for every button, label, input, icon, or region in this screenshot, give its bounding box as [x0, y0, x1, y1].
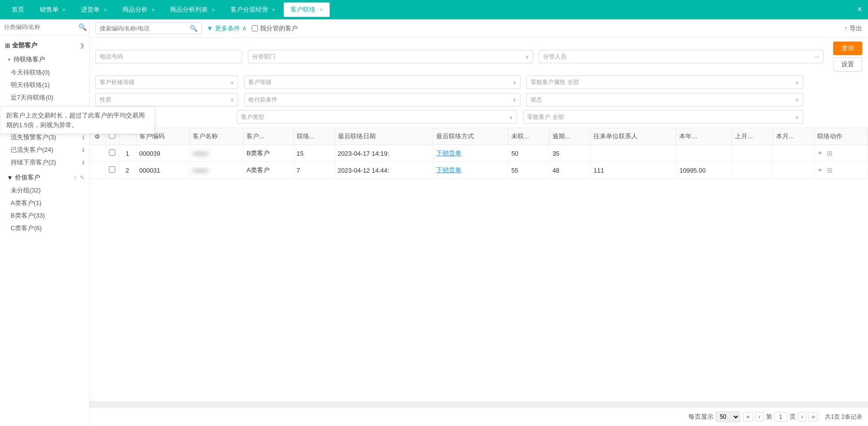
row2-grid-icon[interactable]: ⊞	[827, 166, 833, 174]
filter-status-field[interactable]: 状态 ∨	[526, 93, 803, 106]
row2-contact-count: 7	[293, 162, 335, 179]
sidebar-item-ungroup[interactable]: 未分组(32)	[0, 184, 89, 197]
sidebar-all-customers[interactable]: ⊞ 全部客户 ❯	[0, 38, 89, 53]
sidebar-item-b-class[interactable]: B类客户(33)	[0, 209, 89, 222]
tab-customer-contact[interactable]: 客户联络 ×	[284, 2, 329, 17]
current-page-input[interactable]: 1	[774, 412, 788, 422]
row2-last-contact-method[interactable]: 下销货单	[433, 162, 508, 179]
filter-scatter-attr-field[interactable]: 零散客户属性 全部 ∨	[526, 75, 803, 89]
row2-action: ⚭ ⊞	[814, 162, 868, 179]
sidebar-pending-header[interactable]: ▼ 待联络客户	[0, 53, 89, 66]
filter-search-icon[interactable]: 🔍	[190, 25, 198, 32]
sidebar-item-c-class[interactable]: C类客户(6)	[0, 222, 89, 235]
sidebar-item-churned[interactable]: 已流失客户(24) ℹ	[0, 144, 89, 156]
sidebar-item-a-class[interactable]: A类客户(1)	[0, 197, 89, 209]
row1-last-contact-method[interactable]: 下销货单	[433, 145, 508, 162]
tab-analysis-close[interactable]: ×	[152, 7, 154, 13]
col-header-action[interactable]: 联络动作	[814, 128, 868, 145]
tab-customer-contact-close[interactable]: ×	[320, 7, 322, 13]
tab-analysis-list[interactable]: 商品分析列表 ×	[163, 2, 221, 17]
export-button[interactable]: ↑ 导出	[845, 24, 863, 33]
row1-grid-icon[interactable]: ⊞	[827, 149, 833, 157]
tab-analysis[interactable]: 商品分析 ×	[116, 2, 161, 17]
row2-name[interactable]: ■■■■	[190, 162, 244, 179]
more-conditions-button[interactable]: ▼ 更多条件 ∧	[207, 24, 247, 33]
value-refresh-icon[interactable]: ○	[74, 175, 77, 180]
col-header-unread[interactable]: 未联...	[508, 128, 549, 145]
filter-scatter-customer-field[interactable]: 零散客户 全部 ∨	[523, 110, 803, 124]
col-header-overdue[interactable]: 逾期...	[549, 128, 591, 145]
per-page-select[interactable]: 20 50 100	[716, 411, 740, 422]
row2-select-checkbox[interactable]	[109, 166, 115, 173]
sidebar-search-input[interactable]	[4, 24, 76, 30]
next-page-button[interactable]: ›	[798, 412, 807, 422]
filter-icon: ▼	[207, 25, 213, 32]
content-area: 🔍 ▼ 更多条件 ∧ 我分管的客户 ↑ 导出 电话号码	[90, 19, 868, 426]
filter-row-4: ... 客户类型 ∨ 零散客户 全部 ∨	[95, 110, 862, 124]
row2-checkbox[interactable]	[105, 162, 119, 179]
sidebar-value-group: ▼ 价值客户 ○ ✎ 未分组(32) A类客户(1) B类客户(33)	[0, 171, 89, 235]
col-header-this-month[interactable]: 本月...	[773, 128, 814, 145]
col-header-last-contact-method[interactable]: 最后联络方式	[433, 128, 508, 145]
horizontal-scrollbar[interactable]	[90, 401, 868, 407]
query-button[interactable]: 查询	[833, 42, 862, 55]
col-header-contact-count[interactable]: 联络...	[293, 128, 335, 145]
sidebar-search-icon[interactable]: 🔍	[78, 23, 87, 31]
filter-dept-field[interactable]: 分管部门 ∨	[248, 50, 533, 63]
pending-contact-label: 待联络客户	[14, 55, 45, 64]
sidebar-value-header[interactable]: ▼ 价值客户 ○ ✎	[0, 171, 89, 184]
last-page-button[interactable]: »	[808, 412, 819, 422]
tab-sales[interactable]: 销售单 ×	[33, 2, 72, 17]
filter-customer-type-field[interactable]: 客户类型 ∨	[237, 110, 517, 124]
tab-analysis-list-close[interactable]: ×	[212, 7, 214, 13]
data-table-container: ⚙ 客户编码 客户名称 客户...	[90, 128, 868, 401]
filter-manager-field[interactable]: 分管人员 ···	[539, 50, 823, 63]
close-all-tabs-button[interactable]: ×	[857, 5, 862, 14]
row2-link-icon[interactable]: ⚭	[817, 166, 823, 174]
tab-purchase-label: 进货单	[81, 5, 100, 14]
col-header-last-contact-date[interactable]: 最后联络日期	[335, 128, 433, 145]
prev-page-button[interactable]: ‹	[755, 412, 764, 422]
row1-name[interactable]: ■■■■	[190, 145, 244, 162]
export-label: 导出	[850, 24, 862, 33]
filter-search-input[interactable]	[100, 25, 187, 32]
filter-payment-label: 收付款条件	[248, 96, 513, 104]
row1-checkbox[interactable]	[105, 145, 119, 162]
filter-conditions: 电话号码 分管部门 ∨ 分管人员 ··· 查询 设置 客户价格等级	[90, 38, 868, 128]
tab-customer-layer[interactable]: 客户分层经营 ×	[224, 2, 282, 17]
filter-nature-field[interactable]: 性质 ∨	[95, 93, 238, 106]
filter-customer-grade-field[interactable]: 客户等级 ∨	[244, 75, 521, 89]
my-customers-checkbox-label[interactable]: 我分管的客户	[252, 24, 298, 33]
row1-type: B类客户	[244, 145, 293, 162]
set-button[interactable]: 设置	[833, 57, 862, 72]
tab-purchase[interactable]: 进货单 ×	[74, 2, 113, 17]
row1-last-contact-date: 2023-04-17 14:19:	[335, 145, 433, 162]
row1-this-month	[773, 145, 814, 162]
first-page-button[interactable]: «	[743, 412, 753, 422]
manager-dots-icon[interactable]: ···	[813, 53, 819, 60]
row1-select-checkbox[interactable]	[109, 149, 115, 156]
row1-link-icon[interactable]: ⚭	[817, 149, 823, 157]
col-header-type[interactable]: 客户...	[244, 128, 293, 145]
row1-company-contact	[591, 145, 676, 162]
value-edit-icon[interactable]: ✎	[80, 175, 84, 181]
col-header-this-year[interactable]: 本年...	[676, 128, 732, 145]
sidebar-item-tomorrow[interactable]: 明天待联络(1)	[0, 79, 89, 91]
row1-method-link[interactable]: 下销货单	[436, 149, 461, 157]
col-header-last-month[interactable]: 上月...	[732, 128, 773, 145]
row2-method-link[interactable]: 下销货单	[436, 166, 461, 174]
my-customers-checkbox[interactable]	[252, 25, 258, 31]
sidebar-item-today[interactable]: 今天待联络(0)	[0, 66, 89, 79]
col-header-name[interactable]: 客户名称	[190, 128, 244, 145]
tab-home[interactable]: 首页	[5, 2, 31, 17]
col-header-company-contact[interactable]: 往来单位联系人	[591, 128, 676, 145]
filter-phone-field[interactable]: 电话号码	[95, 50, 242, 63]
tab-purchase-close[interactable]: ×	[104, 7, 107, 13]
tab-customer-layer-close[interactable]: ×	[272, 7, 275, 13]
tab-sales-close[interactable]: ×	[62, 7, 65, 13]
filter-customer-grade-label: 客户等级	[248, 78, 513, 87]
filter-price-grade-field[interactable]: 客户价格等级 ∨	[95, 75, 238, 89]
filter-payment-field[interactable]: 收付款条件 ∨	[244, 93, 521, 106]
sidebar-item-7days[interactable]: 近7天待联络(0)	[0, 91, 89, 104]
sidebar-item-declining[interactable]: 持续下滑客户(2) ℹ	[0, 156, 89, 169]
